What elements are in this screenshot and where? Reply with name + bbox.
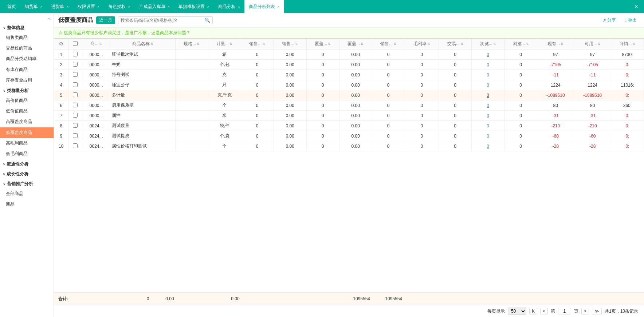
- nav-close-icon[interactable]: ×: [66, 4, 68, 9]
- row-checkbox[interactable]: [68, 131, 82, 141]
- first-page-button[interactable]: K: [529, 308, 537, 314]
- row-browse1[interactable]: 0: [472, 90, 504, 100]
- sidebar-item-low-coverage[interactable]: 低覆盖度商品: [0, 127, 54, 138]
- row-browse1[interactable]: 0: [472, 121, 504, 131]
- sidebar-item-traded-goods[interactable]: 交易过的商品: [0, 43, 54, 54]
- column-trade[interactable]: 交易...⇅: [439, 39, 472, 49]
- row-browse1[interactable]: 0: [472, 131, 504, 141]
- column-available[interactable]: 可用...⇅: [574, 39, 611, 49]
- row-checkbox[interactable]: [68, 90, 82, 100]
- nav-sales-order[interactable]: 销货单 ×: [20, 0, 47, 13]
- nav-product-warehouse[interactable]: 产成品入库单 ×: [135, 0, 174, 13]
- search-input[interactable]: [121, 18, 204, 23]
- sidebar-item-stocked-goods[interactable]: 有库存商品: [0, 64, 54, 75]
- row-browse1[interactable]: 0: [472, 80, 504, 90]
- time-filter-button[interactable]: 近一月: [96, 16, 115, 24]
- share-button[interactable]: ↗ 分享: [600, 16, 619, 24]
- row-checkbox[interactable]: [68, 100, 82, 111]
- column-settings[interactable]: ⚙: [54, 39, 68, 49]
- nav-close-icon[interactable]: ×: [207, 4, 209, 9]
- sidebar-section-circulation[interactable]: > 流通性分析: [0, 159, 54, 169]
- per-page-label: 每页显示: [487, 308, 505, 314]
- column-unit[interactable]: 计量...⇅: [208, 39, 241, 49]
- sort-icon: ⇅: [460, 42, 463, 46]
- sidebar-item-category-rate[interactable]: 商品分类动销率: [0, 54, 54, 64]
- row-checkbox[interactable]: [68, 111, 82, 121]
- nav-close-icon[interactable]: ×: [238, 4, 240, 9]
- prev-page-button[interactable]: <: [540, 308, 548, 314]
- sidebar-section-cluster[interactable]: ∨ 类群量分析: [0, 86, 54, 95]
- export-button[interactable]: ↓ 导出: [622, 16, 640, 24]
- sidebar-collapse-button[interactable]: «: [0, 15, 54, 23]
- row-browse1[interactable]: 0: [472, 111, 504, 121]
- per-page-select[interactable]: 20 50 100: [508, 308, 526, 315]
- nav-close-icon[interactable]: ×: [128, 4, 130, 9]
- sidebar-item-low-value[interactable]: 低价值商品: [0, 106, 54, 116]
- row-checkbox[interactable]: [68, 121, 82, 131]
- export-icon: ↓: [625, 18, 627, 23]
- sidebar-item-low-margin[interactable]: 低毛利商品: [0, 148, 54, 159]
- search-icon[interactable]: 🔍: [204, 17, 210, 23]
- sidebar-item-all-goods[interactable]: 全部商品: [0, 189, 54, 199]
- sidebar-section-growth[interactable]: > 成长性分析: [0, 169, 54, 179]
- nav-role-auth[interactable]: 角色授权 ×: [104, 0, 134, 13]
- nav-close-icon[interactable]: ×: [277, 4, 279, 9]
- nav-template-settings[interactable]: 单据模板设置 ×: [174, 0, 213, 13]
- page-suffix: 页: [574, 308, 578, 314]
- content-area: 低覆盖度商品 近一月 🔍 ↗ 分享 ↓ 导出 ☆ 这类商品只有很少客户购买过，是…: [54, 13, 644, 317]
- row-checkbox[interactable]: [68, 70, 82, 80]
- nav-product-analysis-list[interactable]: 商品分析列表 ×: [244, 0, 284, 13]
- column-sales-qty[interactable]: 销售...⇅: [241, 39, 274, 49]
- nav-home[interactable]: 首页: [3, 0, 20, 13]
- page-number-input[interactable]: [558, 308, 571, 314]
- nav-permission-settings[interactable]: 权限设置 ×: [73, 0, 104, 13]
- row-gross-rate: 0: [405, 100, 439, 111]
- table-row: 8 0024... 测试数量 袋,件 0 0.00 0 0.00 0 0 0 0…: [54, 121, 644, 131]
- nav-close-icon[interactable]: ×: [97, 4, 99, 9]
- row-checkbox[interactable]: [68, 141, 82, 151]
- gear-icon[interactable]: ⚙: [59, 41, 63, 47]
- nav-purchase-order[interactable]: 进货单 ×: [47, 0, 73, 13]
- next-page-button[interactable]: >: [581, 308, 589, 314]
- column-browse1[interactable]: 浏览...⇅: [472, 39, 504, 49]
- row-browse1[interactable]: 0: [472, 141, 504, 151]
- window-close-button[interactable]: ×: [631, 3, 641, 11]
- sidebar-item-high-margin[interactable]: 高毛利商品: [0, 138, 54, 148]
- row-browse2: 0: [504, 90, 537, 100]
- row-checkbox[interactable]: [68, 60, 82, 70]
- row-browse1[interactable]: 0: [472, 70, 504, 80]
- sidebar-item-inventory-capital[interactable]: 库存资金占用: [0, 75, 54, 86]
- column-sales-amt[interactable]: 销售...⇅: [274, 39, 306, 49]
- column-current[interactable]: 现有...⇅: [537, 39, 574, 49]
- row-code: 0000...: [82, 100, 110, 111]
- sidebar-item-high-coverage[interactable]: 高覆盖度商品: [0, 116, 54, 127]
- row-checkbox[interactable]: [68, 80, 82, 90]
- row-browse1[interactable]: 0: [472, 100, 504, 111]
- sidebar-item-sales-goods[interactable]: 销售类商品: [0, 32, 54, 43]
- column-code[interactable]: 商...⇅: [82, 39, 110, 49]
- nav-product-analysis[interactable]: 商品分析 ×: [214, 0, 244, 13]
- nav-close-icon[interactable]: ×: [40, 4, 42, 9]
- column-spec[interactable]: 规格...⇅: [175, 39, 208, 49]
- row-browse1[interactable]: 0: [472, 60, 504, 70]
- nav-close-icon[interactable]: ×: [168, 4, 170, 9]
- column-browse2[interactable]: 浏览...⇅: [504, 39, 537, 49]
- select-all-checkbox[interactable]: [73, 41, 78, 46]
- column-coverage1[interactable]: 覆盖...⇅: [306, 39, 339, 49]
- sidebar-section-marketing[interactable]: ∨ 营销推广分析: [0, 179, 54, 189]
- row-sales-qty: 0: [241, 131, 274, 141]
- row-coverage2: 0.00: [339, 60, 372, 70]
- column-saleable[interactable]: 可销...⇅: [611, 39, 644, 49]
- sidebar-section-overview[interactable]: ∨ 整体信息: [0, 23, 54, 32]
- sidebar-item-high-value[interactable]: 高价值商品: [0, 95, 54, 106]
- row-code: 0024...: [82, 121, 110, 131]
- last-page-button[interactable]: ≫: [592, 308, 602, 314]
- page-title: 低覆盖度商品: [58, 16, 93, 24]
- column-name[interactable]: 商品名称⇅: [110, 39, 175, 49]
- sidebar-item-new-goods[interactable]: 新品: [0, 199, 54, 210]
- column-coverage2[interactable]: 覆盖...⇅: [339, 39, 372, 49]
- column-sales-other[interactable]: 销售...⇅: [372, 39, 405, 49]
- row-browse1[interactable]: 0: [472, 49, 504, 60]
- column-gross-rate[interactable]: 毛利率⇅: [405, 39, 439, 49]
- row-checkbox[interactable]: [68, 49, 82, 60]
